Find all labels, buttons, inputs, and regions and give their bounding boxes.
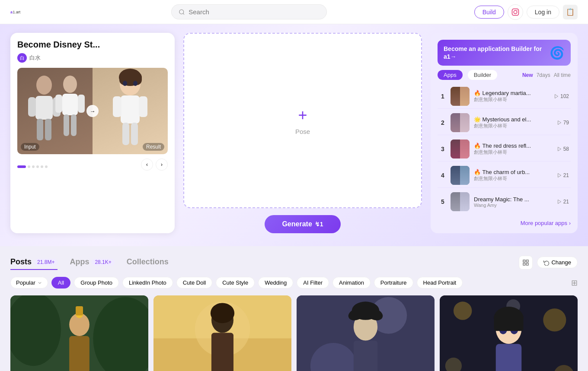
app-creator: 創意無限小林哥 <box>474 96 550 103</box>
svg-rect-44 <box>76 306 83 315</box>
app-views: 79 <box>557 120 569 126</box>
grid-image-1[interactable] <box>10 295 148 371</box>
app-rank: 5 <box>439 198 446 205</box>
grid-image-2[interactable] <box>153 295 291 371</box>
instagram-button[interactable] <box>508 4 523 20</box>
svg-rect-14 <box>55 95 62 113</box>
app-card: Become Disney St... 白 白水 <box>10 33 175 233</box>
tab-apps[interactable]: Apps 28.1K+ <box>70 255 114 270</box>
filter-head-portrait[interactable]: Head Portrait <box>417 277 463 289</box>
change-button[interactable]: Change <box>537 257 578 268</box>
dot-2[interactable] <box>28 165 30 168</box>
svg-point-2 <box>179 10 184 14</box>
filter-expand-icon[interactable]: ⊞ <box>571 278 578 288</box>
app-info: 🌟 Mysterious and el... 創意無限小林哥 <box>474 116 553 129</box>
carousel-nav: ‹ › <box>17 159 168 171</box>
input-label: Input <box>21 143 39 151</box>
search-input[interactable] <box>189 8 320 16</box>
plus-icon: + <box>298 106 307 124</box>
filter-cute-doll[interactable]: Cute Doll <box>176 277 212 289</box>
apps-tabs-row: Apps Builder New 7days All time <box>438 70 571 80</box>
carousel-dots <box>17 165 48 168</box>
app-views: 58 <box>557 146 569 152</box>
play-icon <box>557 146 562 152</box>
svg-rect-3 <box>512 9 518 15</box>
app-rank: 1 <box>439 93 446 100</box>
svg-point-58 <box>352 302 380 320</box>
build-button[interactable]: Build <box>474 6 504 19</box>
filter-group-photo[interactable]: Group Photo <box>74 277 119 289</box>
dot-4[interactable] <box>36 165 39 168</box>
svg-point-12 <box>63 76 77 93</box>
posts-count: 21.8M+ <box>34 259 58 266</box>
time-7days[interactable]: 7days <box>537 72 550 78</box>
lightning-icon: ↯1 <box>315 221 323 228</box>
filter-tags: Popular All Group Photo LinkedIn Photo C… <box>10 277 578 289</box>
svg-point-62 <box>543 309 566 332</box>
filter-linkedin-photo[interactable]: LinkedIn Photo <box>122 277 173 289</box>
app-name: 🌟 Mysterious and el... <box>474 116 553 123</box>
svg-marker-31 <box>558 147 561 151</box>
app-name: 🔥 The red dress refl... <box>474 143 553 149</box>
dot-5[interactable] <box>41 165 43 168</box>
svg-rect-17 <box>71 114 77 136</box>
prev-button[interactable]: ‹ <box>141 159 153 171</box>
popular-dropdown[interactable]: Popular <box>10 277 48 289</box>
filter-ai-filter[interactable]: AI Filter <box>297 277 329 289</box>
tab-apps[interactable]: Apps <box>438 70 463 80</box>
dot-3[interactable] <box>32 165 35 168</box>
svg-rect-28 <box>131 123 138 145</box>
filter-all[interactable]: All <box>51 277 70 289</box>
svg-rect-36 <box>523 263 525 265</box>
filter-portraiture[interactable]: Portraiture <box>374 277 413 289</box>
app-list-item[interactable]: 1 🔥 Legendary martia... 創意無限小林哥 102 <box>438 84 571 109</box>
tab-collections[interactable]: Collections <box>127 255 169 270</box>
after-image: Result <box>93 68 168 154</box>
app-list-item[interactable]: 3 🔥 The red dress refl... 創意無限小林哥 58 <box>438 137 571 162</box>
grid-image-3[interactable] <box>297 295 435 371</box>
login-button[interactable]: Log in <box>527 6 559 19</box>
svg-text:1.art: 1.art <box>13 10 21 14</box>
filter-wedding[interactable]: Wedding <box>258 277 293 289</box>
instagram-icon <box>511 8 519 16</box>
chevron-down-icon <box>37 280 42 285</box>
pose-upload-area[interactable]: + Pose <box>183 33 422 208</box>
app-name: 🔥 Legendary martia... <box>474 90 550 96</box>
search-bar[interactable] <box>171 4 327 19</box>
svg-rect-34 <box>523 260 525 262</box>
app-list-item[interactable]: 4 🔥 The charm of urb... 創意無限小林哥 21 <box>438 163 571 188</box>
svg-point-49 <box>211 303 234 323</box>
generate-button[interactable]: Generate ↯1 <box>265 215 340 233</box>
tab-builder[interactable]: Builder <box>468 70 497 80</box>
app-list-item[interactable]: 2 🌟 Mysterious and el... 創意無限小林哥 79 <box>438 111 571 135</box>
avatar-button[interactable]: 📋 <box>563 5 578 19</box>
app-info: 🔥 The charm of urb... 創意無限小林哥 <box>474 169 553 182</box>
more-popular-link[interactable]: More popular apps › <box>438 220 571 226</box>
dot-6[interactable] <box>45 165 48 168</box>
logo[interactable]: a 1.art <box>10 5 24 19</box>
filter-animation[interactable]: Animation <box>332 277 371 289</box>
dot-1[interactable] <box>17 165 26 168</box>
play-icon <box>557 173 562 178</box>
app-list-item[interactable]: 5 Dreamy Magic: The ... Wang Amy 21 <box>438 190 571 214</box>
play-icon <box>557 199 562 204</box>
app-rank: 4 <box>439 172 446 179</box>
author-name: 白水 <box>29 54 41 62</box>
promo-title: Become an application Builder for a1→ <box>444 45 550 60</box>
grid-image-4[interactable] <box>440 295 578 371</box>
posts-nav: Posts 21.8M+ Apps 28.1K+ Collections Cha… <box>10 255 578 270</box>
pose-area: + Pose Generate ↯1 <box>183 33 422 233</box>
next-button[interactable]: › <box>156 159 168 171</box>
promo-banner[interactable]: Become an application Builder for a1→ 🌀 <box>438 40 571 66</box>
app-info: 🔥 The red dress refl... 創意無限小林哥 <box>474 143 553 155</box>
app-views: 102 <box>554 93 569 99</box>
app-rank: 2 <box>439 119 446 126</box>
filter-cute-style[interactable]: Cute Style <box>216 277 255 289</box>
app-name: 🔥 The charm of urb... <box>474 169 553 175</box>
app-card-author: 白 白水 <box>17 53 168 63</box>
svg-rect-59 <box>354 341 377 371</box>
tab-posts[interactable]: Posts 21.8M+ <box>10 255 58 270</box>
grid-toggle-button[interactable] <box>519 256 533 270</box>
time-new[interactable]: New <box>522 72 533 78</box>
time-alltime[interactable]: All time <box>554 72 571 78</box>
